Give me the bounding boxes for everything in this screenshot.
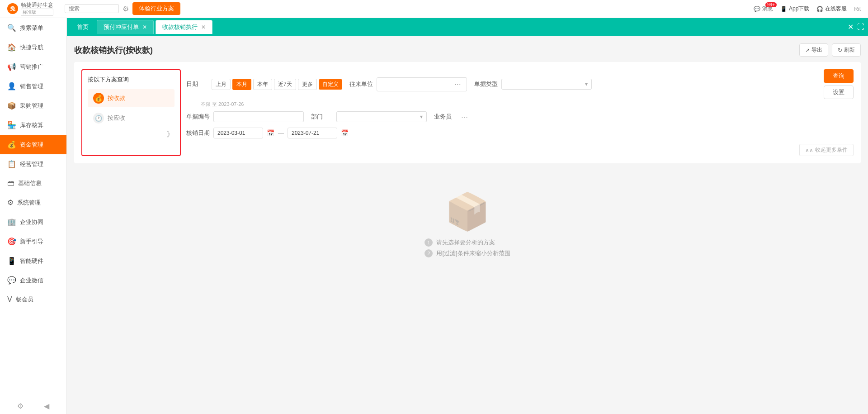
brand: 兔 畅捷通好生意 标准版	[7, 2, 53, 15]
sidebar-item-guide[interactable]: 🎯 新手引导	[0, 232, 66, 251]
export-button[interactable]: ↗ 导出	[799, 43, 828, 57]
collapse-sidebar-icon[interactable]: ◀	[44, 402, 49, 410]
filter-sidebar-collapse[interactable]: 》	[166, 130, 175, 139]
sidebar-item-purchase[interactable]: 📦 采购管理	[0, 96, 66, 115]
sidebar-item-finance[interactable]: 💰 资金管理	[0, 135, 66, 154]
online-service-label: 在线客服	[825, 5, 847, 13]
purchase-icon: 📦	[7, 101, 16, 110]
collapse-more-button[interactable]: ∧∧ 收起更多条件	[799, 144, 854, 156]
gear-icon[interactable]: ⚙	[123, 5, 129, 13]
enterprise-icon: 🏢	[7, 218, 16, 226]
refresh-icon: ↻	[838, 47, 842, 53]
sidebar-item-sales[interactable]: 👤 销售管理	[0, 76, 66, 96]
filter-option-receipts[interactable]: 💰 按收款	[88, 89, 175, 107]
inventory-icon: 🏪	[7, 121, 16, 129]
sidebar-item-label: 经营管理	[20, 160, 43, 168]
filter-form: 日期 上月 本月 本年 近7天 更多 自定义 往来单位	[186, 69, 854, 156]
brand-logo: 兔	[7, 3, 18, 14]
tab-close-all-icon[interactable]: ✕	[848, 23, 854, 31]
messages-btn[interactable]: 💬 消息 99+	[754, 5, 773, 13]
tab-prepay[interactable]: 预付冲应付单 ✕	[97, 20, 154, 34]
tab-expand-icon[interactable]: ⛶	[857, 23, 864, 31]
tab-receipts[interactable]: 收款核销执行 ✕	[156, 20, 212, 34]
sidebar-item-wechat[interactable]: 💬 企业微信	[0, 271, 66, 290]
sidebar-item-enterprise[interactable]: 🏢 企业协同	[0, 212, 66, 232]
page-header: 收款核销执行(按收款) ↗ 导出 ↻ 刷新	[74, 43, 861, 57]
sidebar-item-inventory[interactable]: 🏪 库存核算	[0, 115, 66, 135]
dept-chevron-icon: ▾	[420, 114, 423, 120]
refresh-label: 刷新	[844, 46, 855, 54]
app-download-btn[interactable]: 📱 App下载	[780, 5, 809, 13]
doctype-select[interactable]: ▾	[501, 79, 592, 90]
user-name[interactable]: Rit	[854, 6, 861, 12]
query-button[interactable]: 查询	[824, 69, 854, 83]
sidebar-item-label: 企业微信	[20, 276, 43, 285]
sidebar-item-label: 快捷导航	[20, 43, 43, 52]
tab-receipts-close[interactable]: ✕	[201, 24, 206, 30]
filter-row-3: 核销日期 📅 — 📅	[186, 128, 854, 138]
date-range-separator: —	[278, 130, 284, 137]
sidebar-bottom: ⚙ ◀	[0, 398, 66, 414]
brand-badge: 标准版	[21, 9, 53, 16]
search-menu-icon: 🔍	[7, 24, 16, 32]
date-last-month[interactable]: 上月	[212, 79, 231, 90]
vip-icon: V	[7, 295, 12, 304]
verify-date-start-input[interactable]	[213, 128, 263, 138]
search-input[interactable]	[65, 4, 119, 13]
verify-date-end-calendar-icon[interactable]: 📅	[341, 129, 349, 137]
sidebar-item-system[interactable]: ⚙ 系统管理	[0, 193, 66, 212]
date-this-month[interactable]: 本月	[232, 79, 251, 90]
date-more[interactable]: 更多	[298, 79, 317, 90]
wechat-icon: 💬	[7, 276, 16, 285]
sidebar-item-operation[interactable]: 📋 经营管理	[0, 154, 66, 174]
basic-info-icon: 🗃	[7, 179, 14, 187]
tab-prepay-close[interactable]: ✕	[142, 24, 147, 30]
docno-input[interactable]	[213, 111, 304, 122]
empty-state: 📦 1 请先选择要分析的方案 2 用[过滤]条件来缩小分析范围	[74, 163, 861, 285]
settings-icon[interactable]: ⚙	[17, 402, 24, 410]
setting-button[interactable]: 设置	[824, 86, 854, 99]
message-icon: 💬	[754, 6, 760, 12]
partner-dots-icon[interactable]: ···	[453, 80, 463, 89]
sidebar-item-label: 畅会员	[16, 295, 33, 304]
tab-bar: 首页 预付冲应付单 ✕ 收款核销执行 ✕ ✕ ⛶	[67, 18, 868, 36]
topbar-left: 兔 畅捷通好生意 标准版 ⚙ 体验行业方案	[7, 2, 180, 15]
page-content: 收款核销执行(按收款) ↗ 导出 ↻ 刷新 按以下方案查询	[67, 36, 868, 414]
system-icon: ⚙	[7, 198, 14, 207]
partner-select[interactable]: ···	[377, 77, 467, 91]
sidebar-item-quick-nav[interactable]: 🏠 快捷导航	[0, 38, 66, 57]
partner-field: 往来单位 ···	[349, 77, 467, 91]
dept-select[interactable]: ▾	[336, 111, 427, 122]
receipts-option-label: 按收款	[108, 94, 125, 102]
sidebar-item-basic-info[interactable]: 🗃 基础信息	[0, 174, 66, 193]
salesperson-label: 业务员	[434, 113, 456, 121]
empty-hint-2: 2 用[过滤]条件来缩小分析范围	[425, 249, 510, 257]
chevron-down-icon: ▾	[585, 81, 588, 87]
verify-date-start-calendar-icon[interactable]: 📅	[267, 129, 274, 137]
receivable-option-label: 按应收	[108, 114, 125, 122]
filter-row-2: 单据编号 部门 ▾ 业务员 ···	[186, 111, 854, 122]
solution-button[interactable]: 体验行业方案	[132, 2, 180, 15]
hint-num-2: 2	[425, 249, 433, 257]
date-custom-badge[interactable]: 自定义	[319, 79, 342, 90]
docno-label: 单据编号	[186, 113, 210, 121]
verify-date-end-input[interactable]	[288, 128, 337, 138]
date-field: 日期 上月 本月 本年 近7天 更多 自定义	[186, 79, 342, 90]
refresh-button[interactable]: ↻ 刷新	[832, 43, 861, 57]
sidebar-item-search-menu[interactable]: 🔍 搜索菜单	[0, 18, 66, 38]
empty-hint-1-text: 请先选择要分析的方案	[436, 238, 495, 247]
receipts-option-icon: 💰	[93, 93, 104, 104]
filter-option-receivable[interactable]: 🕐 按应收	[88, 109, 175, 127]
online-service-btn[interactable]: 🎧 在线客服	[816, 5, 847, 13]
main-layout: 🔍 搜索菜单 🏠 快捷导航 📢 营销推广 👤 销售管理 📦 采购管理 🏪 库存核…	[0, 18, 868, 414]
salesperson-dots-icon[interactable]: ···	[459, 112, 470, 122]
sidebar-item-smart-hw[interactable]: 📱 智能硬件	[0, 251, 66, 271]
date-this-year[interactable]: 本年	[253, 79, 272, 90]
sidebar-item-label: 基础信息	[18, 179, 42, 187]
sidebar-item-marketing[interactable]: 📢 营销推广	[0, 57, 66, 76]
tab-prepay-label: 预付冲应付单	[104, 23, 139, 31]
brand-name: 畅捷通好生意	[21, 2, 53, 8]
sidebar-item-vip[interactable]: V 畅会员	[0, 290, 66, 309]
tab-home[interactable]: 首页	[71, 20, 95, 34]
date-7days[interactable]: 近7天	[274, 79, 296, 90]
